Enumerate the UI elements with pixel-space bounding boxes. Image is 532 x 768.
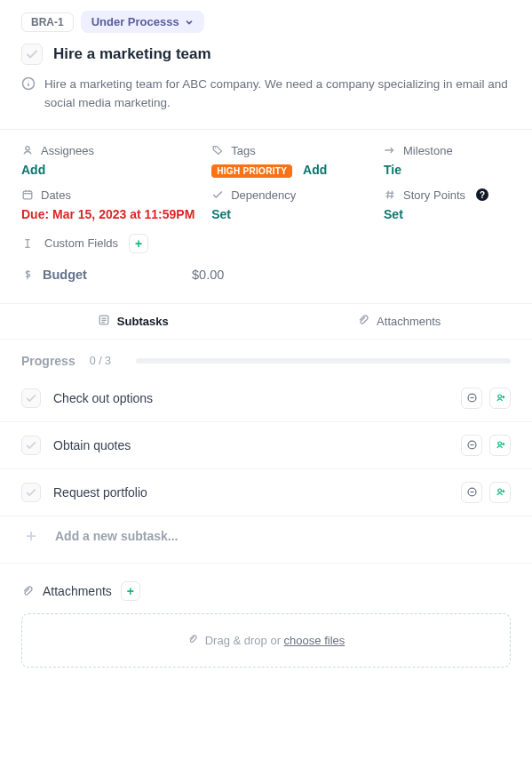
subtask-comment-button[interactable]	[461, 435, 482, 456]
tab-subtasks[interactable]: Subtasks	[0, 304, 266, 339]
dependency-label: Dependency	[231, 188, 296, 202]
milestone-icon	[384, 144, 396, 156]
dependency-icon	[211, 188, 224, 201]
subtask-assign-button[interactable]	[489, 435, 511, 456]
subtask-row[interactable]: Request portfolio	[0, 469, 532, 516]
attachments-label: Attachments	[43, 584, 112, 598]
add-custom-field-button[interactable]: +	[129, 234, 148, 253]
paperclip-icon	[357, 314, 369, 329]
person-icon	[21, 144, 34, 156]
subtask-row[interactable]: Obtain quotes	[0, 422, 532, 469]
tab-attachments-label: Attachments	[377, 315, 441, 328]
budget-label: Budget	[43, 268, 87, 282]
subtask-comment-button[interactable]	[461, 388, 482, 409]
dates-label: Dates	[41, 188, 71, 202]
progress-count: 0 / 3	[90, 355, 111, 367]
custom-fields-label: Custom Fields	[44, 236, 118, 250]
tab-attachments[interactable]: Attachments	[266, 304, 533, 339]
task-title[interactable]: Hire a marketing team	[53, 45, 211, 63]
subtask-title: Check out options	[53, 391, 449, 405]
subtask-checkbox[interactable]	[21, 483, 41, 502]
tags-add-button[interactable]: Add	[303, 163, 327, 177]
due-date[interactable]: Due: Mar 15, 2023 at 11:59PM	[21, 207, 202, 221]
choose-files-link[interactable]: choose files	[284, 634, 345, 647]
svg-line-12	[392, 191, 393, 199]
task-id-badge[interactable]: BRA-1	[21, 12, 74, 32]
plus-icon	[21, 530, 41, 542]
svg-rect-5	[23, 191, 32, 199]
dropzone-text: Drag & drop or	[205, 634, 284, 647]
budget-value[interactable]: $0.00	[192, 268, 224, 282]
calendar-icon	[21, 188, 34, 201]
subtask-comment-button[interactable]	[461, 482, 482, 503]
attachment-dropzone[interactable]: Drag & drop or choose files	[21, 613, 511, 668]
milestone-label: Milestone	[403, 144, 453, 157]
dollar-icon	[21, 268, 34, 281]
assignees-add-button[interactable]: Add	[21, 163, 202, 177]
info-icon	[21, 76, 36, 113]
complete-task-checkbox[interactable]	[21, 44, 43, 65]
svg-point-2	[28, 80, 28, 81]
assignees-label: Assignees	[41, 144, 94, 157]
status-label: Under Processs	[91, 15, 179, 28]
priority-badge: HIGH PRIORITY	[211, 164, 292, 178]
tab-subtasks-label: Subtasks	[117, 315, 169, 328]
subtask-checkbox[interactable]	[21, 436, 41, 455]
svg-point-19	[497, 395, 501, 398]
subtask-title: Request portfolio	[53, 485, 449, 500]
paperclip-icon	[21, 585, 34, 597]
story-points-label: Story Points	[403, 188, 465, 202]
paperclip-icon	[187, 634, 198, 647]
tag-icon	[211, 144, 224, 156]
subtask-assign-button[interactable]	[489, 388, 511, 409]
svg-line-11	[387, 191, 388, 199]
fields-icon	[21, 237, 34, 250]
add-subtask-button[interactable]: Add a new subtask...	[0, 516, 532, 564]
status-dropdown[interactable]: Under Processs	[81, 11, 204, 33]
list-icon	[98, 314, 110, 329]
tags-label: Tags	[231, 144, 255, 157]
progress-bar	[136, 358, 511, 364]
progress-label: Progress	[21, 354, 75, 368]
svg-point-24	[497, 442, 501, 445]
svg-point-4	[215, 148, 216, 148]
milestone-value[interactable]: Tie	[384, 163, 511, 177]
task-description[interactable]: Hire a marketing team for ABC company. W…	[44, 76, 511, 113]
chevron-down-icon	[185, 18, 194, 27]
hash-icon	[384, 188, 396, 201]
help-icon[interactable]: ?	[476, 188, 488, 201]
subtask-row[interactable]: Check out options	[0, 375, 532, 422]
subtask-title: Obtain quotes	[53, 438, 449, 452]
story-points-set-button[interactable]: Set	[384, 207, 511, 221]
add-subtask-label: Add a new subtask...	[55, 529, 178, 543]
svg-point-29	[497, 489, 501, 492]
add-attachment-button[interactable]: +	[121, 581, 140, 601]
subtask-checkbox[interactable]	[21, 388, 41, 408]
dependency-set-button[interactable]: Set	[211, 207, 375, 221]
subtask-assign-button[interactable]	[489, 482, 511, 503]
svg-point-3	[26, 147, 29, 150]
